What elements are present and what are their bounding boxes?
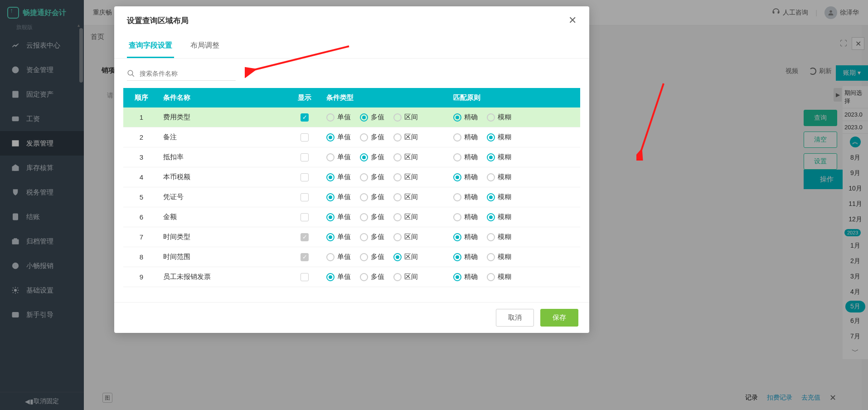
radio-type-multi[interactable]: 多值	[360, 253, 384, 261]
radio-type-multi[interactable]: 多值	[360, 213, 384, 221]
radio-match-exact[interactable]: 精确	[453, 213, 478, 221]
radio-type-single[interactable]: 单值	[326, 133, 351, 142]
display-checkbox[interactable]	[301, 213, 309, 221]
radio-icon	[360, 253, 368, 261]
radio-match-fuzzy[interactable]: 模糊	[487, 233, 511, 241]
radio-match-exact[interactable]: 精确	[453, 153, 478, 161]
radio-type-range[interactable]: 区间	[393, 173, 418, 181]
radio-type-single[interactable]: 单值	[326, 173, 351, 181]
radio-match-exact[interactable]: 精确	[453, 233, 478, 241]
modal-close-button[interactable]: ✕	[568, 15, 577, 26]
tab-field-settings[interactable]: 查询字段设置	[127, 34, 174, 58]
display-checkbox[interactable]	[301, 153, 309, 161]
radio-type-range[interactable]: 区间	[393, 253, 418, 261]
radio-match-fuzzy[interactable]: 模糊	[487, 173, 511, 181]
cell-name: 时间范围	[160, 247, 286, 267]
cell-name: 费用类型	[160, 107, 286, 127]
save-button[interactable]: 保存	[540, 309, 578, 327]
radio-icon	[453, 193, 461, 201]
radio-match-fuzzy[interactable]: 模糊	[487, 113, 511, 122]
radio-match-exact[interactable]: 精确	[453, 133, 478, 142]
radio-icon	[487, 173, 495, 181]
cancel-button[interactable]: 取消	[496, 309, 534, 327]
radio-type-single[interactable]: 单值	[326, 213, 351, 221]
radio-type-multi[interactable]: 多值	[360, 113, 384, 122]
radio-icon	[393, 273, 402, 281]
radio-type-multi[interactable]: 多值	[360, 193, 384, 201]
display-checkbox	[301, 233, 309, 241]
cell-name: 员工未报销发票	[160, 267, 286, 287]
radio-type-single[interactable]: 单值	[326, 193, 351, 201]
display-checkbox[interactable]	[301, 273, 309, 281]
radio-icon	[360, 173, 368, 181]
radio-icon	[360, 233, 368, 241]
radio-icon	[326, 273, 335, 281]
cell-order: 9	[123, 268, 160, 286]
radio-type-range[interactable]: 区间	[393, 233, 418, 241]
cell-order: 6	[123, 208, 160, 226]
radio-icon	[360, 133, 368, 142]
display-checkbox[interactable]	[301, 133, 309, 142]
table-row: 3抵扣率单值多值区间精确模糊	[123, 147, 580, 167]
radio-match-fuzzy[interactable]: 模糊	[487, 273, 511, 281]
radio-match-exact[interactable]: 精确	[453, 113, 478, 122]
display-checkbox[interactable]	[301, 193, 309, 201]
radio-type-multi[interactable]: 多值	[360, 153, 384, 161]
radio-type-single[interactable]: 单值	[326, 253, 351, 261]
radio-type-single[interactable]: 单值	[326, 113, 351, 122]
display-checkbox[interactable]	[301, 173, 309, 181]
table-header: 顺序 条件名称 显示 条件类型 匹配原则	[123, 88, 580, 107]
radio-type-multi[interactable]: 多值	[360, 233, 384, 241]
radio-match-exact[interactable]: 精确	[453, 193, 478, 201]
radio-type-range[interactable]: 区间	[393, 213, 418, 221]
radio-match-fuzzy[interactable]: 模糊	[487, 213, 511, 221]
radio-match-exact[interactable]: 精确	[453, 173, 478, 181]
modal-title: 设置查询区域布局	[127, 15, 189, 26]
radio-type-multi[interactable]: 多值	[360, 133, 384, 142]
search-box	[127, 67, 236, 81]
radio-icon	[393, 193, 402, 201]
svg-point-19	[128, 70, 133, 75]
svg-line-20	[132, 74, 134, 77]
display-checkbox	[301, 253, 309, 261]
radio-type-range[interactable]: 区间	[393, 133, 418, 142]
radio-icon	[453, 113, 461, 122]
header-order: 顺序	[123, 88, 160, 107]
radio-type-range[interactable]: 区间	[393, 273, 418, 281]
radio-icon	[393, 153, 402, 161]
cell-order: 5	[123, 188, 160, 206]
radio-match-fuzzy[interactable]: 模糊	[487, 253, 511, 261]
radio-type-single[interactable]: 单值	[326, 233, 351, 241]
radio-match-fuzzy[interactable]: 模糊	[487, 133, 511, 142]
radio-type-single[interactable]: 单值	[326, 273, 351, 281]
radio-icon	[487, 233, 495, 241]
cell-order: 3	[123, 148, 160, 166]
settings-modal: 设置查询区域布局 ✕ 查询字段设置 布局调整 顺序 条件名称 显示 条件类型 匹…	[114, 6, 589, 333]
radio-type-multi[interactable]: 多值	[360, 273, 384, 281]
radio-type-range[interactable]: 区间	[393, 113, 418, 122]
radio-match-fuzzy[interactable]: 模糊	[487, 153, 511, 161]
radio-type-range[interactable]: 区间	[393, 153, 418, 161]
radio-match-exact[interactable]: 精确	[453, 253, 478, 261]
radio-icon	[360, 153, 368, 161]
radio-match-exact[interactable]: 精确	[453, 273, 478, 281]
radio-icon	[453, 153, 461, 161]
tab-layout-adjust[interactable]: 布局调整	[189, 34, 221, 58]
display-checkbox[interactable]	[301, 113, 309, 122]
radio-type-single[interactable]: 单值	[326, 153, 351, 161]
header-type: 条件类型	[323, 88, 450, 107]
radio-icon	[453, 213, 461, 221]
radio-type-multi[interactable]: 多值	[360, 173, 384, 181]
radio-type-range[interactable]: 区间	[393, 193, 418, 201]
radio-icon	[393, 133, 402, 142]
cell-name: 凭证号	[160, 187, 286, 207]
header-display: 显示	[286, 88, 323, 107]
radio-icon	[487, 253, 495, 261]
table-row: 5凭证号单值多值区间精确模糊	[123, 187, 580, 207]
radio-icon	[360, 193, 368, 201]
search-input[interactable]	[140, 70, 236, 77]
radio-icon	[326, 113, 335, 122]
radio-icon	[487, 113, 495, 122]
radio-icon	[326, 133, 335, 142]
radio-match-fuzzy[interactable]: 模糊	[487, 193, 511, 201]
